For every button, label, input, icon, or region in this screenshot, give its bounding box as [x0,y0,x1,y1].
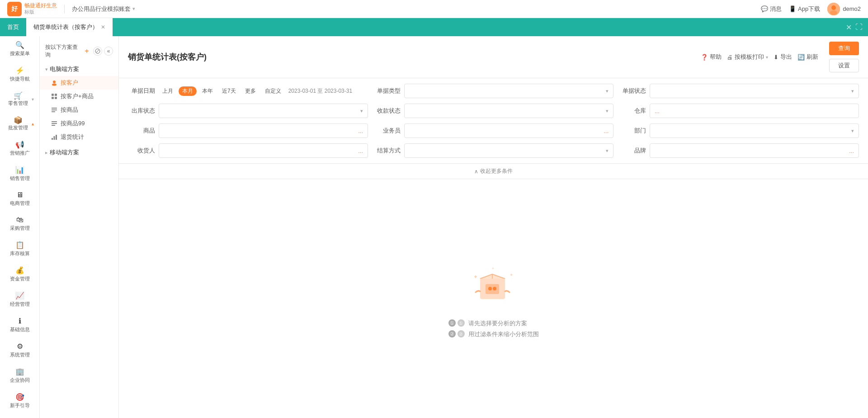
sidebar-label-newbie: 新手引导 [10,402,30,409]
sidebar-item-retail[interactable]: 🛒 零售管理 ▾ [0,87,39,111]
sidebar-item-quick-nav[interactable]: ⚡ 快捷导航 [0,62,39,87]
help-button[interactable]: ❓ 帮助 [701,53,722,61]
print-template-button[interactable]: 🖨 按模板打印 ▾ [727,53,768,61]
edit-scheme-button[interactable] [93,47,102,56]
goods-select[interactable]: ... [159,124,368,138]
by-goods-icon [51,106,58,114]
content-area: 按以下方案查询 + « ▾ [40,36,868,418]
sidebar-item-basic[interactable]: ℹ 基础信息 [0,312,39,337]
filter-warehouse: 仓库 ... [619,104,859,118]
dept-select[interactable]: ▾ [650,124,859,138]
scheme-group-desktop-header[interactable]: ▾ 电脑端方案 [40,62,118,76]
tab-home-label: 首页 [7,23,19,31]
svg-text:✦: ✦ [509,272,513,277]
help-icon: ❓ [701,54,708,61]
filter-brand: 品牌 ... [619,143,859,158]
date-tab-this-year[interactable]: 本年 [198,86,217,96]
scheme-actions: + « [82,47,113,56]
tab-bar: 首页 销货单统计表（按客户） ✕ ✕ ⛶ [0,18,868,36]
sidebar-item-sales[interactable]: 📊 销售管理 [0,161,39,186]
basic-icon: ℹ [19,317,21,325]
sidebar-item-enterprise[interactable]: 🏢 企业协同 [0,363,39,388]
tab-sales-stat-label: 销货单统计表（按客户） [33,23,98,31]
dropdown-icon[interactable]: ▾ [132,6,135,12]
divider [64,5,65,14]
export-button[interactable]: ⬇ 导出 [774,53,792,61]
warehouse-select[interactable]: ... [650,104,859,118]
goods-ellipsis[interactable]: ... [358,128,363,134]
query-button[interactable]: 查询 [829,42,859,55]
collapse-scheme-button[interactable]: « [104,47,113,56]
payment-status-select[interactable]: ▾ [404,104,613,118]
sidebar-item-operations[interactable]: 📈 经营管理 [0,287,39,312]
type-arrow-icon: ▾ [606,88,609,94]
message-button[interactable]: 💬 消息 [761,5,782,13]
filter-row-4: 收货人 ... 结算方式 ▾ [128,143,859,158]
add-scheme-button[interactable]: + [82,47,91,56]
tab-sales-stat[interactable]: 销货单统计表（按客户） ✕ [26,18,113,36]
date-tab-more[interactable]: 更多 [241,86,259,96]
sidebar-item-marketing[interactable]: 📢 营销推广 [0,136,39,161]
scheme-item-by-customer[interactable]: 按客户 [40,76,118,90]
status-label: 单据状态 [619,87,646,95]
tab-close-icon[interactable]: ✕ [101,24,105,30]
filter-status: 单据状态 ▾ [619,84,859,98]
app-icon: 📱 [789,5,796,12]
sidebar-item-inventory[interactable]: 📋 库存核算 [0,236,39,261]
tab-home[interactable]: 首页 [0,18,26,36]
collapse-bar[interactable]: ∧ 收起更多条件 [119,164,868,179]
receiver-select[interactable]: ... [159,143,368,158]
setting-button[interactable]: 设置 [829,59,859,72]
status-select[interactable]: ▾ [650,84,859,98]
sidebar-item-system[interactable]: ⚙ 系统管理 [0,337,39,363]
sidebar-item-app-center[interactable]: 📱 应用中心 [0,413,39,418]
date-tab-this-month[interactable]: 本月 [179,86,197,96]
salesman-select[interactable]: ... [404,124,613,138]
sidebar-item-wholesale[interactable]: 📦 批发管理 ▴ [0,111,39,136]
receiver-ellipsis[interactable]: ... [358,147,363,154]
delivery-select[interactable]: ▾ [159,104,368,118]
sidebar-item-ecommerce[interactable]: 🖥 电商管理 [0,186,39,211]
refresh-button[interactable]: 🔄 刷新 [797,53,818,61]
payment-method-select[interactable]: ▾ [404,143,613,158]
filter-payment-method: 结算方式 ▾ [373,143,613,158]
type-label: 单据类型 [373,87,401,95]
scheme-group-mobile-header[interactable]: ▸ 移动端方案 [40,146,118,159]
sidebar-item-purchase[interactable]: 🛍 采购管理 [0,211,39,236]
scheme-group-mobile: ▸ 移动端方案 [40,146,118,159]
system-icon: ⚙ [17,342,23,351]
salesman-ellipsis[interactable]: ... [604,128,609,134]
minimize-icon[interactable]: ✕ [846,23,852,32]
scheme-item-return-stat[interactable]: 退货统计 [40,130,118,144]
message-icon: 💬 [761,5,768,12]
empty-hints: ① 请先选择要分析的方案 ② 用过滤条件来缩小分析范围 [448,319,539,341]
print-dropdown-icon: ▾ [766,55,768,60]
scheme-item-by-customer-goods[interactable]: 按客户+商品 [40,90,118,103]
sidebar-item-search-menu[interactable]: 🔍 搜索菜单 [0,36,39,62]
brand-select[interactable]: ... [650,143,859,158]
warehouse-ellipsis[interactable]: ... [655,108,660,114]
sidebar-item-newbie[interactable]: 🎯 新手引导 [0,388,39,413]
svg-rect-9 [52,97,54,99]
brand-ellipsis[interactable]: ... [849,147,854,154]
type-select[interactable]: ▾ [404,84,613,98]
dept-label: 部门 [619,127,646,135]
retail-content: 🛒 零售管理 [5,91,31,107]
maximize-icon[interactable]: ⛶ [855,23,863,31]
logo-area: 好 畅捷通好生意 标版 [7,2,57,16]
user-menu[interactable]: demo2 [827,3,861,15]
payment-status-label: 收款状态 [373,107,401,115]
main-area: 🔍 搜索菜单 ⚡ 快捷导航 🛒 零售管理 ▾ 📦 批发管理 ▴ [0,36,868,418]
sidebar-label-retail: 零售管理 [8,100,28,107]
scheme-item-by-goods-99[interactable]: 按商品99 [40,117,118,130]
app-download-button[interactable]: 📱 App下载 [789,5,820,13]
svg-rect-12 [52,109,57,110]
scheme-item-by-goods[interactable]: 按商品 [40,103,118,117]
date-tab-7days[interactable]: 近7天 [218,86,240,96]
svg-point-6 [52,84,57,86]
date-tab-custom[interactable]: 自定义 [261,86,285,96]
date-tab-last-month[interactable]: 上月 [159,86,177,96]
sidebar-item-finance[interactable]: 💰 资金管理 [0,261,39,287]
svg-rect-8 [55,94,57,96]
delivery-arrow-icon: ▾ [360,108,363,114]
